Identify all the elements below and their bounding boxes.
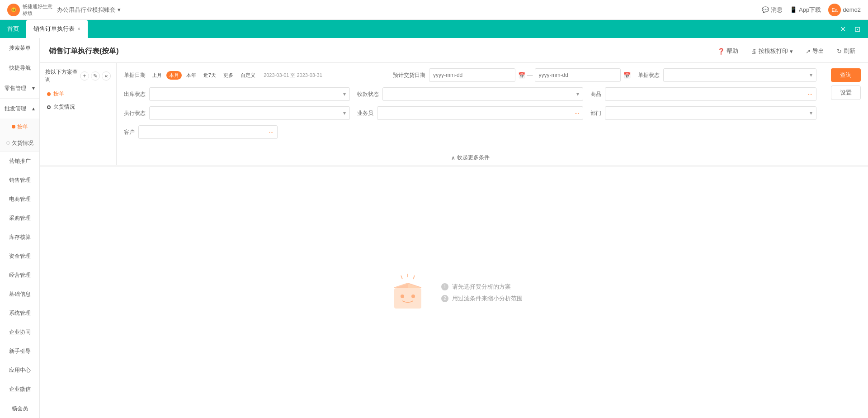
customer-select[interactable]: ···	[138, 125, 278, 139]
product-select[interactable]: ···	[605, 87, 816, 101]
header-left: 😊 畅捷通好生意 标版 办公用品行业模拟账套 ▾	[7, 3, 121, 16]
quick-date-this-year[interactable]: 本年	[184, 71, 199, 80]
sidebar-item-operations[interactable]: 经营管理	[0, 266, 39, 285]
filter-field-expected-date: 预计交货日期 📅 — 📅	[393, 68, 631, 82]
query-button[interactable]: 查询	[831, 68, 861, 82]
refresh-button[interactable]: ↻ 刷新	[833, 45, 859, 57]
content-area: 销售订单执行表(按单) ❓ 帮助 🖨 按模板打印 ▾ ↗ 导出	[40, 38, 868, 418]
sidebar-sub-press[interactable]: 按单	[0, 119, 39, 135]
svg-point-2	[411, 294, 415, 298]
sidebar-item-newcomer[interactable]: 新手引导	[0, 342, 39, 361]
edit-scheme-button[interactable]: ✎	[91, 71, 100, 81]
export-button[interactable]: ↗ 导出	[802, 45, 828, 57]
filter-field-product: 商品 ···	[590, 87, 816, 101]
sidebar-item-sales[interactable]: 销售管理	[0, 171, 39, 190]
sidebar-item-ecommerce[interactable]: 电商管理	[0, 190, 39, 209]
collect-status-select[interactable]: ▾	[382, 87, 583, 101]
sidebar-item-wechat[interactable]: 企业微信	[0, 380, 39, 399]
sidebar-item-marketing[interactable]: 营销推广	[0, 152, 39, 171]
filter-field-date: 单据日期 上月 本月 本年 近7天 更多 自定义 2023-03-01 至 20…	[124, 71, 386, 80]
collect-status-label: 收款状态	[357, 90, 379, 98]
sidebar-quick-nav[interactable]: 快捷导航	[0, 58, 39, 78]
chevron-down-out-status-icon: ▾	[343, 91, 346, 97]
quick-date-7days[interactable]: 近7天	[201, 71, 219, 80]
exec-status-select[interactable]: ▾	[149, 106, 350, 120]
collapse-sidebar-button[interactable]: «	[102, 71, 111, 81]
filter-sidebar-actions: + ✎ «	[80, 71, 111, 81]
help-button[interactable]: ❓ 帮助	[714, 45, 742, 57]
sidebar-search-section: 搜索菜单 快捷导航	[0, 38, 39, 78]
collapse-filters-button[interactable]: ∧ 收起更多条件	[117, 150, 824, 165]
date-range-display: 2023-03-01 至 2023-03-31	[264, 72, 322, 79]
expected-date-range: 📅 — 📅	[429, 68, 631, 82]
sidebar-sub-debt[interactable]: 欠货情况	[0, 135, 39, 151]
filter-scheme-debt[interactable]: 欠货情况	[43, 100, 113, 114]
template-print-button[interactable]: 🖨 按模板打印 ▾	[747, 45, 797, 57]
sidebar-item-purchase[interactable]: 采购管理	[0, 209, 39, 228]
sidebar-item-retail[interactable]: 零售管理 ▾	[0, 78, 39, 98]
sidebar-item-finance[interactable]: 资金管理	[0, 247, 39, 266]
filter-field-dept: 部门 ▾	[590, 106, 816, 120]
more-icon-customer: ···	[269, 129, 274, 135]
tab-close-window[interactable]: ✕	[837, 24, 848, 34]
filter-field-salesperson: 业务员 ···	[357, 106, 583, 120]
collapse-icon: ∧	[451, 155, 455, 161]
avatar: Ea	[828, 4, 841, 16]
empty-tip-1: 1 请先选择要分析的方案	[441, 283, 523, 291]
logo-text: 畅捷通好生意 标版	[23, 3, 52, 16]
message-button[interactable]: 💬 消息	[762, 6, 783, 14]
quick-date-last-month[interactable]: 上月	[149, 71, 165, 80]
sidebar-item-member[interactable]: 畅会员	[0, 399, 39, 418]
filter-row-1: 单据日期 上月 本月 本年 近7天 更多 自定义 2023-03-01 至 20…	[124, 68, 816, 82]
expected-date-end[interactable]	[535, 68, 621, 82]
dept-select[interactable]: ▾	[605, 106, 816, 120]
tab-close-icon[interactable]: ×	[77, 26, 80, 32]
refresh-icon: ↻	[837, 48, 842, 55]
expected-date-start[interactable]	[429, 68, 515, 82]
app-download-button[interactable]: 📱 App下载	[790, 6, 821, 14]
exec-status-label: 执行状态	[124, 109, 146, 117]
sidebar-item-appstore[interactable]: 应用中心	[0, 361, 39, 380]
tab-sales-order[interactable]: 销售订单执行表 ×	[26, 20, 88, 38]
sidebar-search[interactable]: 搜索菜单	[0, 38, 39, 58]
calendar-end-icon[interactable]: 📅	[623, 72, 631, 79]
single-status-label: 单据状态	[638, 71, 660, 79]
user-profile[interactable]: Ea demo2	[828, 4, 861, 16]
filter-row-3: 执行状态 ▾ 业务员 ···	[124, 106, 816, 120]
tab-home[interactable]: 首页	[0, 20, 26, 38]
svg-line-4	[413, 276, 415, 279]
tab-restore-window[interactable]: ⊡	[852, 24, 863, 34]
sidebar-item-system[interactable]: 系统管理	[0, 304, 39, 323]
filter-scheme-press[interactable]: 按单	[43, 87, 113, 100]
empty-state-illustration	[385, 270, 430, 315]
scheme-dot-empty-icon	[47, 105, 51, 109]
quick-date-custom[interactable]: 自定义	[238, 71, 258, 80]
sidebar-item-wholesale[interactable]: 批发管理 ▴	[0, 99, 39, 119]
single-status-select[interactable]: ▾	[663, 68, 816, 82]
quick-date-more[interactable]: 更多	[221, 71, 236, 80]
quick-date-this-month[interactable]: 本月	[166, 71, 182, 80]
chevron-down-collect-status-icon: ▾	[576, 91, 579, 97]
page-title-row: 销售订单执行表(按单) ❓ 帮助 🖨 按模板打印 ▾ ↗ 导出	[49, 45, 859, 57]
main-layout: 搜索菜单 快捷导航 零售管理 ▾ 批发管理 ▴ 按单 欠货情况	[0, 38, 868, 418]
chevron-down-icon: ▾	[32, 85, 35, 91]
app-download-icon: 📱	[790, 6, 797, 13]
calendar-start-icon[interactable]: 📅	[518, 72, 525, 79]
logo-icon: 😊	[7, 4, 20, 16]
page-header: 销售订单执行表(按单) ❓ 帮助 🖨 按模板打印 ▾ ↗ 导出	[40, 38, 868, 63]
sidebar-item-basics[interactable]: 基础信息	[0, 285, 39, 304]
chevron-up-icon: ▴	[32, 105, 35, 112]
out-status-select[interactable]: ▾	[149, 87, 350, 101]
salesperson-select[interactable]: ···	[377, 106, 583, 120]
sidebar-item-collab[interactable]: 企业协同	[0, 323, 39, 342]
empty-content: 1 请先选择要分析的方案 2 用过滤条件来缩小分析范围	[385, 270, 523, 315]
settings-button[interactable]: 设置	[831, 86, 861, 100]
breadcrumb-arrow-icon[interactable]: ▾	[118, 6, 121, 13]
sidebar-retail-section: 零售管理 ▾	[0, 78, 39, 99]
add-scheme-button[interactable]: +	[80, 71, 89, 81]
tab-bar: 首页 销售订单执行表 × ✕ ⊡	[0, 20, 868, 38]
dept-label: 部门	[590, 109, 601, 117]
sidebar-item-inventory[interactable]: 库存核算	[0, 228, 39, 247]
filter-row-2: 出库状态 ▾ 收款状态 ▾	[124, 87, 816, 101]
breadcrumb: 办公用品行业模拟账套 ▾	[57, 6, 121, 14]
